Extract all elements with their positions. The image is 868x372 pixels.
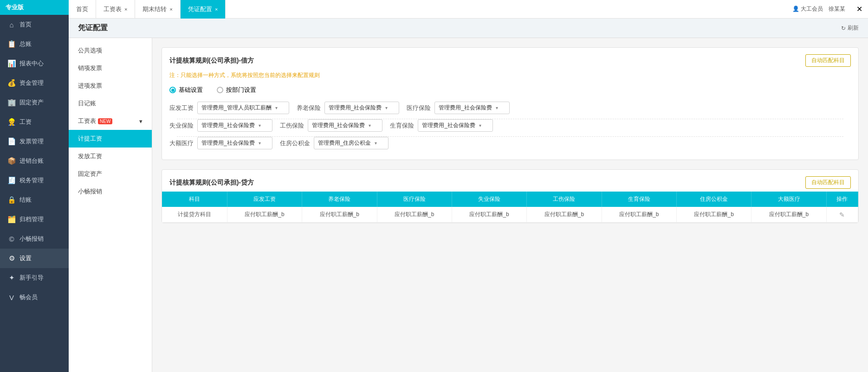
sidebar-item-salary[interactable]: 👷工资 <box>0 112 69 132</box>
tab-close-salary-table[interactable]: × <box>124 6 127 12</box>
close-icon: 🔒 <box>7 196 16 204</box>
debit-auto-match-button[interactable]: 自动匹配科目 <box>805 54 851 67</box>
sidebar-item-assets[interactable]: 🏢固定资产 <box>0 93 69 112</box>
credit-action-0[interactable]: ✎ <box>826 207 858 223</box>
debit-field-2-1: 住房公积金 管理费用_住房公积金 ▾ <box>280 137 389 149</box>
debit-field-label-2-1: 住房公积金 <box>280 139 310 148</box>
credit-section-title: 计提核算规则(公司承担)-贷方 <box>169 179 254 187</box>
credit-cell-0-0: 应付职工薪酬_b <box>227 207 302 223</box>
sidebar-item-home[interactable]: ⌂首页 <box>0 15 69 34</box>
tab-salary-table[interactable]: 工资表× <box>96 0 135 19</box>
debit-field-label-1-0: 失业保险 <box>169 122 194 130</box>
credit-col-5: 工伤保险 <box>527 192 602 207</box>
debit-field-select-1-1[interactable]: 管理费用_社会保险费 ▾ <box>308 119 383 132</box>
credit-section: 计提核算规则(公司承担)-贷方 自动匹配科目 科目应发工资养老保险医疗保险失业保… <box>162 169 859 223</box>
assets-icon: 🏢 <box>7 98 16 107</box>
sidebar-item-close[interactable]: 🔒结账 <box>0 190 69 210</box>
credit-row-0: 计提贷方科目应付职工薪酬_b应付职工薪酬_b应付职工薪酬_b应付职工薪酬_b应付… <box>162 207 858 223</box>
debit-field-select-1-2[interactable]: 管理费用_社会保险费 ▾ <box>418 119 493 132</box>
topbar: 首页工资表×期末结转×凭证配置× 👤 大工会员 徐某某 ✕ <box>69 0 868 19</box>
debit-field-select-2-0[interactable]: 管理费用_社会保险费 ▾ <box>197 137 272 149</box>
debit-field-select-0-0[interactable]: 管理费用_管理人员职工薪酬 ▾ <box>197 102 289 114</box>
tab-home[interactable]: 首页 <box>69 0 96 19</box>
app-logo: 专业版 <box>0 0 69 15</box>
sidebar-item-guide[interactable]: ✦新手引导 <box>0 268 69 288</box>
tab-close-voucher-config[interactable]: × <box>215 6 218 12</box>
debit-field-value-2-1: 管理费用_住房公积金 <box>318 139 371 147</box>
edit-icon[interactable]: ✎ <box>839 211 845 218</box>
credit-col-7: 住房公积金 <box>676 192 751 207</box>
debit-field-select-0-1[interactable]: 管理费用_社会保险费 ▾ <box>324 102 400 114</box>
debit-form-row-2: 大额医疗 管理费用_社会保险费 ▾ 住房公积金 管理费用_住房公积金 ▾ <box>169 137 851 149</box>
radio-dept-setting[interactable]: 按部门设置 <box>217 86 256 94</box>
debit-field-label-0-0: 应发工资 <box>169 104 194 112</box>
left-nav-item-xiaochang-expense[interactable]: 小畅报销 <box>69 183 152 200</box>
debit-field-1-1: 工伤保险 管理费用_社会保险费 ▾ <box>280 119 383 132</box>
chevron-down-icon: ▾ <box>496 105 498 110</box>
left-nav-item-journal[interactable]: 日记账 <box>69 95 152 112</box>
sidebar-label-close: 结账 <box>19 196 32 204</box>
sidebar-item-invoice[interactable]: 📄发票管理 <box>0 132 69 151</box>
sidebar-item-xiaochang[interactable]: ©小畅报销 <box>0 229 69 249</box>
tab-voucher-config[interactable]: 凭证配置× <box>181 0 226 19</box>
credit-table: 科目应发工资养老保险医疗保险失业保险工伤保险生育保险住房公积金大额医疗操作 计提… <box>162 192 858 223</box>
refresh-button[interactable]: ↻ 刷新 <box>841 24 859 32</box>
settings-icon: ⚙ <box>7 254 16 263</box>
left-nav-label-xiaochang-expense: 小畅报销 <box>78 187 102 196</box>
debit-field-value-1-0: 管理费用_社会保险费 <box>201 122 255 129</box>
left-nav-label-sales-invoice: 销项发票 <box>78 64 102 72</box>
sidebar-label-member: 畅会员 <box>19 293 38 301</box>
sidebar-item-report[interactable]: 📊报表中心 <box>0 54 69 73</box>
debit-field-value-0-2: 管理费用_社会保险费 <box>439 104 492 112</box>
credit-cell-0-2: 应付职工薪酬_b <box>377 207 452 223</box>
left-nav-label-salary-table: 工资表 <box>78 117 96 125</box>
sidebar-label-settings: 设置 <box>19 254 32 263</box>
debit-field-select-0-2[interactable]: 管理费用_社会保险费 ▾ <box>434 102 510 114</box>
left-nav-item-public[interactable]: 公共选项 <box>69 42 152 59</box>
credit-col-8: 大额医疗 <box>751 192 826 207</box>
sidebar-label-guide: 新手引导 <box>19 274 44 282</box>
chevron-down-icon: ▾ <box>259 141 261 146</box>
main-content: 计提核算规则(公司承担)-借方 自动匹配科目 注：只能选择一种方式，系统将按照您… <box>152 38 868 372</box>
left-nav-item-purchase-invoice[interactable]: 进项发票 <box>69 77 152 95</box>
credit-col-3: 医疗保险 <box>377 192 452 207</box>
debit-field-1-2: 生育保险 管理费用_社会保险费 ▾ <box>390 119 493 132</box>
debit-field-0-0: 应发工资 管理费用_管理人员职工薪酬 ▾ <box>169 102 289 114</box>
sidebar-item-settings[interactable]: ⚙设置 <box>0 249 69 268</box>
sidebar-item-member[interactable]: V畅会员 <box>0 288 69 307</box>
tab-period-close[interactable]: 期末结转× <box>135 0 180 19</box>
credit-col-0: 科目 <box>162 192 227 207</box>
left-nav-item-calc-salary[interactable]: 计提工资 <box>69 130 152 148</box>
left-nav-item-pay-salary[interactable]: 发放工资 <box>69 148 152 165</box>
sidebar-label-home: 首页 <box>19 20 32 29</box>
tab-close-period-close[interactable]: × <box>169 6 172 12</box>
credit-auto-match-button[interactable]: 自动匹配科目 <box>805 176 851 189</box>
sidebar: 专业版 ⌂首页📋总账📊报表中心💰资金管理🏢固定资产👷工资📄发票管理📦进销台账🧾税… <box>0 0 69 372</box>
tab-label-home: 首页 <box>76 5 88 13</box>
debit-field-select-2-1[interactable]: 管理费用_住房公积金 ▾ <box>314 137 389 149</box>
left-nav-item-sales-invoice[interactable]: 销项发票 <box>69 59 152 77</box>
left-nav-item-salary-table[interactable]: 工资表NEW▾ <box>69 112 152 130</box>
credit-col-6: 生育保险 <box>602 192 676 207</box>
left-nav-label-pay-salary: 发放工资 <box>78 152 102 160</box>
credit-cell-0-4: 应付职工薪酬_b <box>527 207 602 223</box>
left-nav-item-fixed-assets[interactable]: 固定资产 <box>69 165 152 183</box>
sidebar-item-archive[interactable]: 🗂️归档管理 <box>0 210 69 229</box>
debit-field-label-0-1: 养老保险 <box>297 104 321 112</box>
main-area: 首页工资表×期末结转×凭证配置× 👤 大工会员 徐某某 ✕ 凭证配置 ↻ 刷新 … <box>69 0 868 372</box>
radio-basic-setting[interactable]: 基础设置 <box>169 86 203 94</box>
debit-field-0-2: 医疗保险 管理费用_社会保险费 ▾ <box>407 102 510 114</box>
sidebar-item-ledger[interactable]: 📋总账 <box>0 34 69 54</box>
left-nav-label-calc-salary: 计提工资 <box>78 135 102 143</box>
sidebar-label-report: 报表中心 <box>19 59 44 68</box>
sidebar-item-capital[interactable]: 💰资金管理 <box>0 73 69 93</box>
sidebar-item-tax[interactable]: 🧾税务管理 <box>0 171 69 190</box>
guide-icon: ✦ <box>7 274 16 282</box>
purchase-icon: 📦 <box>7 157 16 165</box>
debit-field-select-1-0[interactable]: 管理费用_社会保险费 ▾ <box>197 119 272 132</box>
salary-icon: 👷 <box>7 118 16 126</box>
debit-form-row-0: 应发工资 管理费用_管理人员职工薪酬 ▾ 养老保险 管理费用_社会保险费 ▾ 医… <box>169 102 851 114</box>
close-window-icon[interactable]: ✕ <box>851 5 868 13</box>
page-title: 凭证配置 <box>78 23 108 33</box>
sidebar-item-purchase[interactable]: 📦进销台账 <box>0 151 69 171</box>
